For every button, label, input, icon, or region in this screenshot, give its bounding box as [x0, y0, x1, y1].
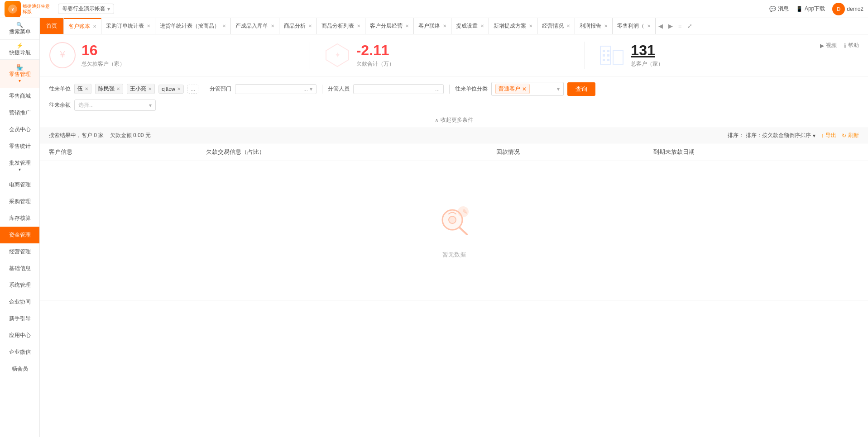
sidebar-item-member[interactable]: 会员中心 — [0, 121, 39, 138]
sidebar-item-retail-mall[interactable]: 零售商城 — [0, 88, 39, 104]
tab-promotion-settings[interactable]: 提成设置 ✕ — [451, 18, 489, 34]
col-overdue-date: 到期未放款日期 — [644, 143, 868, 161]
tab-customer-tier-close[interactable]: ✕ — [405, 24, 409, 28]
tab-accounts[interactable]: 客户账本 ✕ — [64, 18, 101, 34]
tab-new-promotion-close[interactable]: ✕ — [529, 24, 532, 28]
tab-home-label: 首页 — [46, 22, 57, 30]
sidebar-item-marketing[interactable]: 营销推广 — [0, 104, 39, 121]
tab-cost-inbound[interactable]: 产成品入库单 ✕ — [231, 18, 279, 34]
help-label: 帮助 — [848, 42, 859, 49]
tab-operations[interactable]: 经营情况 ✕ — [537, 18, 575, 34]
sidebar-item-member-vip[interactable]: 畅会员 — [0, 361, 39, 377]
sidebar-quick-nav[interactable]: ⚡ 快捷导航 — [0, 40, 39, 60]
collapse-button[interactable]: ∧ 收起更多条件 — [430, 114, 478, 126]
help-button[interactable]: ℹ 帮助 — [844, 42, 859, 49]
stat-info-customers: 16 总欠款客户（家） — [82, 43, 125, 68]
tab-nav-right[interactable]: ▶ — [666, 18, 676, 34]
filter-tag-chenminqiang-text: 陈民强 — [98, 85, 115, 93]
tab-nav-left[interactable]: ◀ — [656, 18, 666, 34]
sidebar-item-finance[interactable]: 资金管理 — [0, 227, 39, 243]
svg-point-15 — [449, 216, 456, 223]
filter-tag-wangxiaoliang[interactable]: 王小亮 ✕ — [127, 84, 155, 94]
tab-inbound-stats-close[interactable]: ✕ — [222, 24, 226, 28]
tab-customer-contact-close[interactable]: ✕ — [443, 24, 446, 28]
sidebar-item-retail[interactable]: 🏪 零售管理 ▾ — [0, 60, 39, 88]
stat-label-customers: 总欠款客户（家） — [82, 60, 125, 68]
tab-product-analysis-list[interactable]: 商品分析列表 ✕ — [317, 18, 365, 34]
filter-type-selected-remove[interactable]: ✕ — [522, 86, 527, 92]
user-area[interactable]: D demo2 — [832, 3, 863, 15]
filter-tag-cjttcw[interactable]: cjttcw ✕ — [158, 85, 184, 94]
sidebar-label-member: 会员中心 — [3, 126, 37, 133]
tab-profit-report-label: 利润报告 — [580, 22, 601, 30]
sidebar-search-label: 搜索菜单 — [3, 28, 37, 36]
filter-select-type[interactable]: 普通客户 ✕ ▾ — [491, 82, 564, 96]
workspace-selector[interactable]: 母婴行业演示帐套 ▾ — [58, 4, 114, 14]
tab-customer-tier[interactable]: 客户分层经营 ✕ — [365, 18, 414, 34]
sidebar-label-member-vip: 畅会员 — [3, 365, 37, 373]
filter-tag-wu-remove[interactable]: ✕ — [85, 86, 88, 91]
sidebar-search[interactable]: 🔍 搜索菜单 — [0, 18, 39, 40]
export-button[interactable]: ↑ 导出 — [821, 132, 836, 139]
tab-retail-profit-close[interactable]: ✕ — [647, 24, 651, 28]
tab-profit-report[interactable]: 利润报告 ✕ — [575, 18, 613, 34]
filter-select-person[interactable]: ... — [353, 84, 444, 94]
filter-tag-wu[interactable]: 伍 ✕ — [74, 84, 91, 94]
tab-product-analysis-label: 商品分析 — [284, 22, 306, 30]
message-button[interactable]: 💬 消息 — [769, 5, 789, 13]
refresh-icon: ↻ — [842, 133, 846, 139]
sidebar-item-basic-info[interactable]: 基础信息 — [0, 260, 39, 277]
tab-cost-inbound-label: 产成品入库单 — [235, 22, 268, 30]
video-button[interactable]: ▶ 视频 — [820, 42, 837, 49]
tab-customer-contact[interactable]: 客户联络 ✕ — [414, 18, 451, 34]
tab-menu-button[interactable]: ≡ — [676, 18, 685, 34]
filter-select-balance[interactable]: 选择... ▾ — [74, 100, 156, 111]
tab-promotion-settings-close[interactable]: ✕ — [480, 24, 484, 28]
sidebar-item-wholesale[interactable]: 批发管理 ▾ — [0, 155, 39, 176]
stat-label-debt: 欠款合计（万） — [356, 60, 394, 68]
tab-home[interactable]: 首页 — [40, 18, 64, 34]
tab-accounts-close[interactable]: ✕ — [93, 24, 96, 29]
sidebar-item-system[interactable]: 系统管理 — [0, 277, 39, 294]
tab-purchase-order[interactable]: 采购订单统计表 ✕ — [101, 18, 155, 34]
sidebar-item-operations[interactable]: 经营管理 — [0, 243, 39, 260]
top-right: 💬 消息 📱 App下载 D demo2 — [769, 3, 863, 15]
summary-result-count: 0 — [94, 132, 97, 138]
tab-profit-report-close[interactable]: ✕ — [604, 24, 608, 28]
sort-selector[interactable]: 排序：排序：按欠款金额倒序排序 ▾ — [728, 132, 815, 139]
sidebar-item-new-guide[interactable]: 新手引导 — [0, 310, 39, 327]
tab-inbound-stats[interactable]: 进货单统计表（按商品） ✕ — [155, 18, 231, 34]
filter-tag-more[interactable]: ... — [187, 85, 198, 94]
app-download-button[interactable]: 📱 App下载 — [796, 5, 825, 13]
sidebar-item-inventory[interactable]: 库存核算 — [0, 210, 39, 227]
filter-tag-cjttcw-remove[interactable]: ✕ — [177, 86, 181, 91]
tab-product-analysis[interactable]: 商品分析 ✕ — [279, 18, 317, 34]
filter-dept-chevron: ▾ — [310, 86, 312, 92]
sidebar-item-retail-stats[interactable]: 零售统计 — [0, 138, 39, 155]
tab-product-analysis-close[interactable]: ✕ — [308, 24, 312, 28]
video-label: 视频 — [826, 42, 837, 49]
filter-select-dept[interactable]: ... ▾ — [235, 84, 317, 94]
filter-tag-chenminqiang[interactable]: 陈民强 ✕ — [95, 84, 123, 94]
tab-expand-button[interactable]: ⤢ — [685, 18, 695, 34]
refresh-button[interactable]: ↻ 刷新 — [842, 132, 859, 139]
help-icon: ℹ — [844, 43, 846, 49]
filter-tag-chenminqiang-remove[interactable]: ✕ — [116, 86, 120, 91]
table-body: ✎ 暂无数据 — [40, 161, 868, 301]
sidebar-item-enterprise-agreement[interactable]: 企业协同 — [0, 294, 39, 310]
sidebar-item-purchase[interactable]: 采购管理 — [0, 193, 39, 210]
tab-cost-inbound-close[interactable]: ✕ — [271, 24, 274, 28]
logo-text: 畅捷通好生意 标版 — [23, 4, 50, 14]
tab-product-analysis-list-close[interactable]: ✕ — [357, 24, 360, 28]
sidebar-item-ecommerce[interactable]: 电商管理 — [0, 176, 39, 193]
filter-type-selected-tag[interactable]: 普通客户 ✕ — [495, 84, 530, 94]
tab-new-promotion[interactable]: 新增提成方案 ✕ — [489, 18, 537, 34]
tab-operations-close[interactable]: ✕ — [566, 24, 570, 28]
tab-retail-profit[interactable]: 零售利润（ ✕ — [613, 18, 656, 34]
sidebar-item-app-center[interactable]: 应用中心 — [0, 327, 39, 344]
sidebar-item-enterprise-wechat[interactable]: 企业微信 — [0, 344, 39, 361]
query-button[interactable]: 查询 — [567, 82, 595, 96]
tab-purchase-order-close[interactable]: ✕ — [147, 24, 150, 28]
stat-value-customers: 16 — [82, 43, 125, 57]
filter-tag-wangxiaoliang-remove[interactable]: ✕ — [148, 86, 152, 91]
